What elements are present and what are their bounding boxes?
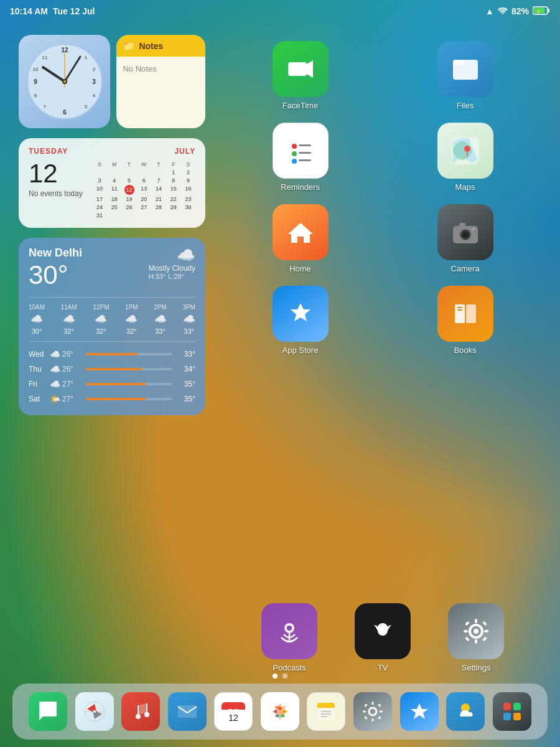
svg-rect-44	[457, 307, 462, 308]
battery-icon: ⚡	[533, 6, 550, 17]
weather-high: H:33°	[149, 273, 166, 280]
reminders-label: Reminders	[281, 182, 320, 192]
weather-cloud-icon: ☁️	[149, 247, 195, 264]
svg-rect-97	[503, 703, 511, 710]
page-dot-1[interactable]	[273, 674, 278, 679]
podcasts-icon-img	[261, 603, 317, 659]
app-appstore[interactable]: App Store	[224, 286, 376, 355]
svg-text:⚡: ⚡	[536, 9, 541, 14]
svg-rect-23	[288, 62, 307, 76]
calendar-widget[interactable]: TUESDAY JULY 12 No events today S M T W …	[19, 138, 205, 228]
notes-content: No Notes	[123, 64, 156, 73]
dock-calendar-icon: TUE 12	[214, 692, 253, 731]
notes-widget[interactable]: 📁 Notes No Notes	[116, 35, 205, 128]
right-column: FaceTime Files	[224, 35, 541, 672]
app-maps[interactable]: Maps	[389, 123, 541, 192]
appletv-label: TV	[378, 663, 388, 672]
calendar-grid: S M T W T F S 1 2 3 4	[93, 161, 195, 219]
status-bar: 10:14 AM Tue 12 Jul ▲ 82% ⚡	[0, 0, 560, 22]
dock-appstore[interactable]	[400, 692, 439, 731]
books-icon-img	[437, 286, 493, 342]
files-icon-img	[437, 41, 493, 97]
svg-rect-51	[475, 619, 477, 623]
calendar-day-label: TUESDAY	[29, 147, 68, 156]
dock-photos[interactable]	[261, 692, 299, 731]
dock-safari[interactable]	[75, 692, 114, 731]
weather-widget[interactable]: New Delhi 30° ☁️ Mostly Cloudy H:33° L:2…	[19, 238, 205, 415]
weather-day-wed: Wed ☁️ 26° 33°	[29, 347, 195, 362]
svg-point-76	[282, 710, 286, 713]
svg-text:3: 3	[92, 78, 96, 85]
svg-rect-89	[371, 718, 373, 721]
svg-rect-93	[378, 703, 381, 707]
svg-point-68	[144, 712, 149, 717]
reminders-icon-img	[273, 123, 329, 179]
page-dot-2[interactable]	[282, 674, 287, 679]
svg-point-80	[276, 706, 279, 709]
appstore-icon-img	[273, 286, 329, 342]
books-label: Books	[454, 345, 476, 355]
settings-icon-img	[448, 603, 504, 659]
notes-header: 📁 Notes	[116, 35, 205, 57]
status-time: 10:14 AM	[10, 6, 48, 16]
svg-rect-40	[459, 223, 465, 227]
dock-mail-icon	[168, 692, 207, 731]
app-appletv[interactable]: TV	[355, 603, 411, 672]
svg-point-66	[136, 714, 141, 719]
bottom-apps: Podcasts TV	[224, 603, 541, 672]
dock-notes[interactable]	[307, 692, 345, 731]
svg-rect-56	[482, 621, 487, 626]
dock-music-icon	[121, 692, 160, 731]
facetime-label: FaceTime	[282, 101, 318, 110]
svg-rect-54	[484, 630, 488, 632]
dock-calendar[interactable]: TUE 12	[214, 692, 253, 731]
svg-rect-100	[513, 713, 521, 720]
dock-messages-icon	[29, 692, 67, 731]
dock-multiapp[interactable]	[493, 692, 531, 731]
svg-rect-92	[364, 703, 368, 707]
svg-rect-49	[286, 641, 292, 642]
weather-hour-1pm: 1PM ☁️ 32°	[125, 304, 138, 335]
svg-text:9: 9	[34, 78, 37, 85]
svg-text:5: 5	[84, 104, 87, 110]
svg-point-29	[292, 151, 297, 156]
app-facetime[interactable]: FaceTime	[224, 41, 376, 110]
home-label: Home	[289, 264, 311, 273]
svg-text:11: 11	[42, 55, 47, 60]
app-books[interactable]: Books	[389, 286, 541, 355]
dock-mail[interactable]	[168, 692, 207, 731]
dock-music[interactable]	[121, 692, 160, 731]
app-settings[interactable]: Settings	[448, 603, 504, 672]
app-home[interactable]: Home	[224, 204, 376, 273]
svg-point-78	[276, 715, 279, 718]
svg-rect-3	[548, 9, 549, 12]
files-label: Files	[457, 101, 474, 110]
app-podcasts[interactable]: Podcasts	[261, 603, 317, 672]
status-left: 10:14 AM Tue 12 Jul	[10, 6, 95, 16]
dock: TUE 12	[12, 684, 548, 740]
svg-point-39	[463, 232, 468, 237]
app-camera[interactable]: Camera	[389, 204, 541, 273]
svg-rect-98	[513, 703, 521, 710]
dock-safari-icon	[75, 692, 114, 731]
dock-settings[interactable]	[353, 692, 392, 731]
facetime-icon-img	[273, 41, 329, 97]
app-files[interactable]: Files	[389, 41, 541, 110]
dock-weather[interactable]	[446, 692, 485, 731]
clock-widget[interactable]: 12 3 6 9 1 2 4 5 7 8 10 11	[19, 35, 110, 128]
weather-city: New Delhi	[29, 247, 82, 260]
svg-point-47	[287, 626, 292, 631]
svg-rect-58	[482, 637, 487, 642]
camera-icon-img	[437, 204, 493, 260]
status-right: ▲ 82% ⚡	[485, 6, 550, 17]
svg-point-64	[93, 710, 96, 713]
weather-day-fri: Fri ☁️ 27° 35°	[29, 377, 195, 392]
dock-multiapp-icon	[493, 692, 531, 731]
main-content: 12 3 6 9 1 2 4 5 7 8 10 11	[0, 22, 560, 685]
svg-text:1: 1	[84, 55, 87, 60]
page-dots	[0, 674, 560, 679]
wifi-icon	[498, 6, 508, 16]
dock-messages[interactable]	[29, 692, 67, 731]
app-reminders[interactable]: Reminders	[224, 123, 376, 192]
weather-hourly: 10AM ☁️ 30° 11AM ☁️ 32° 12PM ☁️ 32° 1PM …	[29, 297, 195, 335]
